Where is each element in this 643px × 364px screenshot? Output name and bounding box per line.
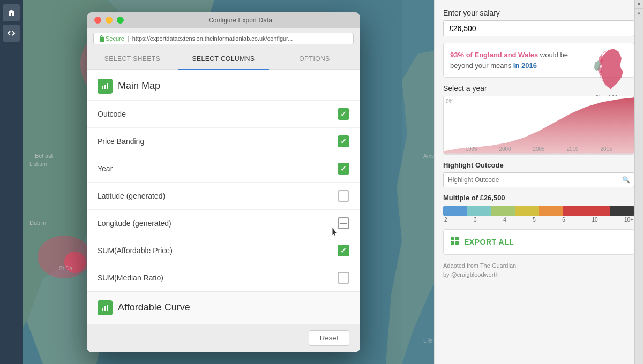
left-sidebar (0, 0, 23, 364)
modal-title: Configure Export Data (128, 17, 353, 24)
modal-titlebar: Configure Export Data (87, 12, 360, 28)
column-name-latitude: Latitude (generated) (98, 192, 338, 200)
column-name-sum-affordable: SUM(Affordable Price) (98, 246, 338, 255)
column-row-longitude[interactable]: Longitude (generated) (87, 209, 360, 237)
column-row-sum-affordable[interactable]: SUM(Affordable Price) (87, 237, 360, 264)
close-window-button[interactable] (94, 17, 101, 24)
column-row-year[interactable]: Year (87, 155, 360, 182)
tab-select-sheets[interactable]: SELECT SHEETS (87, 49, 178, 69)
svg-rect-39 (102, 308, 103, 311)
modal-overlay: Configure Export Data Secure | https://e… (23, 0, 643, 364)
main-map-title: Main Map (118, 80, 160, 92)
checkbox-year[interactable] (338, 163, 349, 175)
main-map-section-header: Main Map (87, 70, 360, 100)
secure-badge: Secure (99, 35, 124, 42)
url-text: https://exportdataextension.theinformati… (132, 35, 348, 42)
url-bar: Secure | https://exportdataextension.the… (93, 33, 354, 44)
maximize-window-button[interactable] (117, 17, 124, 24)
expand-button[interactable] (3, 25, 20, 42)
modal-footer: Reset (87, 324, 360, 352)
affordable-curve-section: Affordable Curve (87, 291, 360, 324)
reset-button[interactable]: Reset (309, 330, 349, 346)
column-name-year: Year (98, 164, 338, 173)
svg-rect-40 (104, 306, 106, 311)
column-row-latitude[interactable]: Latitude (generated) (87, 182, 360, 209)
checkbox-sum-median[interactable] (338, 272, 349, 284)
modal-tabs: SELECT SHEETS SELECT COLUMNS OPTIONS (87, 49, 360, 70)
svg-rect-41 (107, 305, 108, 311)
checkbox-sum-affordable[interactable] (338, 245, 349, 256)
modal-content: Main Map Outcode Price Banding Year Lati… (87, 70, 360, 324)
column-row-price-banding[interactable]: Price Banding (87, 127, 360, 155)
column-name-outcode: Outcode (98, 110, 338, 118)
main-map-icon (98, 79, 113, 94)
configure-export-dialog: Configure Export Data Secure | https://e… (87, 12, 360, 352)
svg-rect-37 (104, 85, 106, 89)
svg-rect-38 (107, 83, 108, 89)
checkbox-outcode[interactable] (338, 108, 349, 120)
minimize-window-button[interactable] (106, 17, 113, 24)
affordable-curve-icon (98, 300, 113, 315)
column-name-sum-median: SUM(Median Ratio) (98, 274, 338, 282)
checkbox-price-banding[interactable] (338, 135, 349, 147)
column-row-outcode[interactable]: Outcode (87, 100, 360, 127)
tab-select-columns[interactable]: SELECT COLUMNS (178, 49, 269, 69)
column-name-longitude: Longitude (generated) (98, 219, 338, 228)
checkbox-longitude[interactable] (338, 217, 349, 229)
column-row-sum-median[interactable]: SUM(Median Ratio) (87, 264, 360, 291)
tab-options[interactable]: OPTIONS (269, 49, 360, 69)
affordable-curve-title: Affordable Curve (118, 302, 190, 313)
svg-rect-36 (102, 86, 103, 89)
column-name-price-banding: Price Banding (98, 137, 338, 146)
checkbox-latitude[interactable] (338, 190, 349, 202)
home-button[interactable] (3, 4, 20, 21)
